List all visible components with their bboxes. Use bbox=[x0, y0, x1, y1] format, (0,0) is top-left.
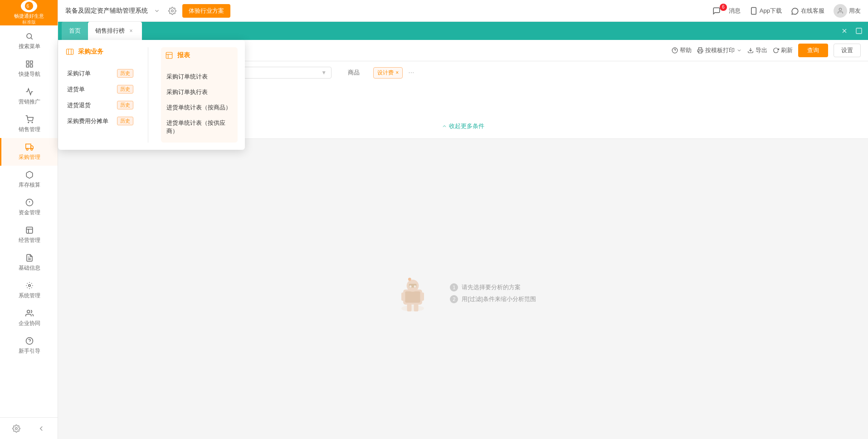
sidebar-item-marketing[interactable]: 营销推广 bbox=[0, 83, 58, 110]
sidebar-collapse-btn[interactable] bbox=[34, 421, 49, 436]
message-btn[interactable]: 6 消息 bbox=[712, 7, 741, 15]
sidebar-item-operation[interactable]: 经营管理 bbox=[0, 221, 58, 249]
tab-close-btn[interactable]: × bbox=[127, 27, 135, 35]
sidebar-item-enterprise[interactable]: 企业协同 bbox=[0, 304, 58, 332]
sidebar-item-purchase[interactable]: 采购管理 bbox=[0, 138, 58, 166]
menu-item-incoming[interactable]: 进货单 历史 bbox=[65, 81, 135, 97]
settings-small-btn[interactable]: 设置 bbox=[834, 44, 861, 57]
tab-bar: 首页 销售排行榜 × bbox=[58, 22, 868, 40]
tab-sales-rank[interactable]: 销售排行榜 × bbox=[88, 22, 142, 40]
svg-rect-45 bbox=[401, 292, 405, 301]
hint-text-2: 用[过滤]条件来缩小分析范围 bbox=[462, 295, 536, 303]
help-btn[interactable]: 帮助 bbox=[672, 46, 692, 54]
refresh-btn[interactable]: 刷新 bbox=[773, 46, 793, 54]
sidebar-item-marketing-label: 营销推广 bbox=[19, 98, 40, 106]
sidebar-item-basic-label: 基础信息 bbox=[19, 264, 40, 272]
guide-icon bbox=[25, 336, 34, 345]
svg-point-44 bbox=[414, 285, 416, 287]
export-btn[interactable]: 导出 bbox=[747, 46, 767, 54]
bill-status-arrow-icon: ▼ bbox=[321, 69, 327, 76]
tab-maximize-btn[interactable] bbox=[853, 25, 864, 36]
menu-item-incoming-stats-goods[interactable]: 进货单统计表（按商品） bbox=[165, 100, 234, 115]
bill-status-select[interactable]: ▼ bbox=[232, 67, 332, 79]
sidebar-item-guide-label: 新手引导 bbox=[19, 347, 40, 355]
empty-hint-2: 2 用[过滤]条件来缩小分析范围 bbox=[450, 295, 536, 303]
tab-home[interactable]: 首页 bbox=[62, 22, 88, 40]
svg-rect-40 bbox=[405, 291, 420, 302]
query-btn[interactable]: 查询 bbox=[798, 44, 828, 57]
svg-point-2 bbox=[27, 34, 32, 39]
sidebar-item-finance-label: 资金管理 bbox=[19, 209, 40, 217]
app-download-label: App下载 bbox=[760, 7, 782, 15]
sidebar-item-inventory-label: 库存核算 bbox=[19, 181, 40, 189]
header-settings-btn[interactable] bbox=[166, 5, 179, 17]
print-btn[interactable]: 按模板打印 bbox=[697, 46, 742, 54]
search-icon bbox=[25, 32, 34, 41]
svg-rect-51 bbox=[67, 49, 73, 54]
help-label: 帮助 bbox=[680, 46, 692, 54]
empty-hint-1: 1 请先选择要分析的方案 bbox=[450, 283, 536, 291]
app-logo-icon: 6 bbox=[21, 0, 37, 12]
online-service-label: 在线客服 bbox=[801, 7, 824, 15]
sidebar-item-enterprise-label: 企业协同 bbox=[19, 320, 40, 327]
user-menu-btn[interactable]: 用友 bbox=[834, 4, 861, 18]
system-dropdown-btn[interactable] bbox=[151, 5, 162, 16]
menu-item-incoming-return[interactable]: 进货退货 历史 bbox=[65, 97, 135, 113]
sidebar-item-operation-label: 经营管理 bbox=[19, 237, 40, 244]
tab-close-window-btn[interactable] bbox=[839, 25, 850, 36]
svg-marker-11 bbox=[31, 146, 33, 148]
solution-btn[interactable]: 体验行业方案 bbox=[182, 4, 230, 18]
menu-item-incoming-stats-supplier[interactable]: 进货单统计表（按供应商） bbox=[165, 115, 234, 139]
svg-rect-17 bbox=[26, 227, 33, 233]
svg-rect-6 bbox=[26, 65, 29, 67]
sidebar-item-quick-nav[interactable]: 快捷导航 bbox=[0, 55, 58, 83]
svg-text:6: 6 bbox=[26, 4, 29, 9]
svg-point-26 bbox=[15, 427, 18, 429]
goods-tag-close-btn[interactable]: × bbox=[395, 69, 399, 76]
header-right: 6 消息 App下载 在线客服 用友 bbox=[712, 4, 861, 18]
report-section-icon bbox=[165, 51, 174, 60]
sidebar-bottom bbox=[0, 417, 58, 439]
sales-icon bbox=[25, 115, 34, 124]
header: 装备及固定资产辅助管理系统 体验行业方案 6 消息 App下载 在线客服 bbox=[58, 0, 868, 22]
sidebar-item-inventory[interactable]: 库存核算 bbox=[0, 166, 58, 193]
sidebar-item-sales[interactable]: 销售管理 bbox=[0, 110, 58, 138]
svg-point-22 bbox=[29, 285, 31, 287]
finance-icon bbox=[25, 198, 34, 207]
sidebar-item-search[interactable]: 搜索菜单 bbox=[0, 27, 58, 55]
purchase-section-title: 采购业务 bbox=[65, 47, 135, 60]
svg-rect-48 bbox=[414, 304, 419, 311]
menu-item-purchase-expense[interactable]: 采购费用分摊单 历史 bbox=[65, 113, 135, 129]
menu-item-purchase-order-stats[interactable]: 采购订单统计表 bbox=[165, 69, 234, 84]
sidebar-item-sales-label: 销售管理 bbox=[19, 126, 40, 133]
marketing-icon bbox=[25, 87, 34, 96]
menu-item-purchase-order[interactable]: 采购订单 历史 bbox=[65, 65, 135, 81]
sidebar-nav: 搜索菜单 快捷导航 营销推广 销售管理 采购管理 bbox=[0, 25, 58, 417]
sidebar-item-guide[interactable]: 新手引导 bbox=[0, 332, 58, 360]
user-label: 用友 bbox=[849, 7, 861, 15]
sidebar-settings-btn[interactable] bbox=[9, 421, 24, 436]
collapse-btn[interactable]: 收起更多条件 bbox=[439, 119, 487, 133]
menu-item-purchase-order-exec[interactable]: 采购订单执行表 bbox=[165, 84, 234, 100]
svg-point-27 bbox=[171, 10, 174, 12]
sidebar-item-system-label: 系统管理 bbox=[19, 292, 40, 300]
system-icon bbox=[25, 281, 34, 290]
app-name: 畅捷通好生意 bbox=[14, 13, 44, 19]
svg-rect-7 bbox=[30, 65, 33, 67]
empty-hints: 1 请先选择要分析的方案 2 用[过滤]条件来缩小分析范围 bbox=[450, 283, 536, 303]
goods-tag: 设计费 × bbox=[373, 67, 403, 79]
sidebar-item-system[interactable]: 系统管理 bbox=[0, 276, 58, 304]
report-section-title: 报表 bbox=[165, 51, 234, 64]
menu-item-incoming-return-label: 进货退货 bbox=[67, 101, 113, 109]
online-service-btn[interactable]: 在线客服 bbox=[791, 7, 824, 15]
sidebar-item-finance[interactable]: 资金管理 bbox=[0, 193, 58, 221]
refresh-label: 刷新 bbox=[781, 46, 793, 54]
app-download-btn[interactable]: App下载 bbox=[750, 7, 782, 15]
svg-point-9 bbox=[32, 122, 33, 123]
goods-more-btn[interactable]: ··· bbox=[406, 69, 416, 77]
svg-rect-33 bbox=[856, 28, 862, 34]
svg-line-3 bbox=[31, 38, 32, 39]
svg-rect-52 bbox=[166, 52, 172, 59]
menu-item-incoming-label: 进货单 bbox=[67, 85, 113, 94]
sidebar-item-basic[interactable]: 基础信息 bbox=[0, 249, 58, 276]
